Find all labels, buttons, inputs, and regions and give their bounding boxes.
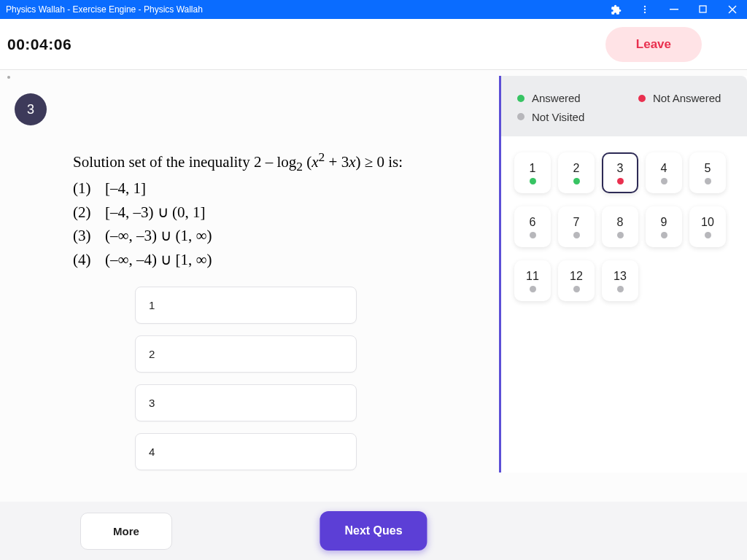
question-grid: 12345678910111213 [501,136,747,317]
palette-number: 3 [617,162,624,175]
palette-number: 10 [701,216,714,229]
palette-number: 9 [661,216,667,229]
answer-options: 1 2 3 4 [135,287,357,470]
question-stem: Solution set of the inequality 2 – log [73,153,296,171]
palette-question-2[interactable]: 2 [558,152,595,193]
status-dot-icon [617,178,624,184]
legend-not-visited: Not Visited [517,108,612,127]
status-dot-icon [573,232,580,238]
palette-question-6[interactable]: 6 [514,206,551,247]
question-number-badge: 3 [15,93,47,125]
palette-question-1[interactable]: 1 [514,152,551,193]
palette-number: 13 [614,270,627,283]
status-dot-icon [530,286,536,292]
question-panel: 3 Solution set of the inequality 2 – log… [0,70,499,502]
status-dot-icon [705,178,711,184]
status-dot-icon [573,178,580,184]
svg-rect-4 [700,6,706,12]
footer-bar: More Next Ques [0,502,747,560]
close-icon[interactable] [718,0,747,19]
status-dot-icon [661,178,667,184]
palette-question-11[interactable]: 11 [514,260,551,301]
palette-question-7[interactable]: 7 [558,206,595,247]
legend-answered: Answered [517,89,612,108]
status-dot-icon [530,232,536,238]
titlebar-controls [601,0,747,19]
status-dot-icon [661,232,667,238]
maximize-icon[interactable] [689,0,718,19]
palette-question-13[interactable]: 13 [602,260,638,301]
status-legend: Answered Not Answered Not Visited [501,76,747,136]
option-4[interactable]: 4 [135,433,357,470]
palette-number: 11 [526,270,539,283]
status-dot-icon [573,286,580,292]
svg-point-2 [644,12,646,13]
status-dot-icon [530,178,536,184]
status-dot-icon [617,232,624,238]
palette-number: 8 [617,216,624,229]
option-3[interactable]: 3 [135,384,357,421]
palette-question-12[interactable]: 12 [558,260,595,301]
palette-number: 4 [661,162,667,175]
palette-question-5[interactable]: 5 [689,152,726,193]
palette-number: 5 [705,162,711,175]
dot-red-icon [638,95,646,102]
palette-number: 7 [573,216,580,229]
status-dot-icon [705,232,711,238]
palette-number: 12 [570,270,583,283]
question-palette-sidebar: Answered Not Answered Not Visited 123456… [499,76,747,472]
next-question-button[interactable]: Next Ques [320,511,427,551]
window-title: Physics Wallah - Exercise Engine - Physi… [6,4,601,15]
option-1[interactable]: 1 [135,287,357,324]
menu-dots-icon[interactable] [630,0,659,19]
dot-grey-icon [517,113,525,120]
palette-question-9[interactable]: 9 [646,206,682,247]
svg-rect-3 [670,9,678,10]
palette-question-8[interactable]: 8 [602,206,638,247]
minimize-icon[interactable] [659,0,689,19]
question-text: Solution set of the inequality 2 – log2 … [73,147,492,272]
palette-question-4[interactable]: 4 [646,152,682,193]
timer: 00:04:06 [7,36,605,53]
leave-button[interactable]: Leave [605,27,702,62]
svg-point-0 [644,6,646,7]
palette-number: 2 [573,162,580,175]
palette-number: 1 [530,162,536,175]
svg-point-1 [644,9,646,10]
palette-number: 6 [530,216,536,229]
extension-icon[interactable] [601,0,630,19]
more-button[interactable]: More [80,513,172,550]
palette-question-3[interactable]: 3 [602,152,638,193]
legend-not-answered: Not Answered [638,89,733,108]
window-titlebar: Physics Wallah - Exercise Engine - Physi… [0,0,747,19]
palette-question-10[interactable]: 10 [689,206,726,247]
dot-green-icon [517,95,525,102]
option-2[interactable]: 2 [135,335,357,373]
status-dot-icon [617,286,624,292]
app-header: 00:04:06 Leave [0,19,747,70]
